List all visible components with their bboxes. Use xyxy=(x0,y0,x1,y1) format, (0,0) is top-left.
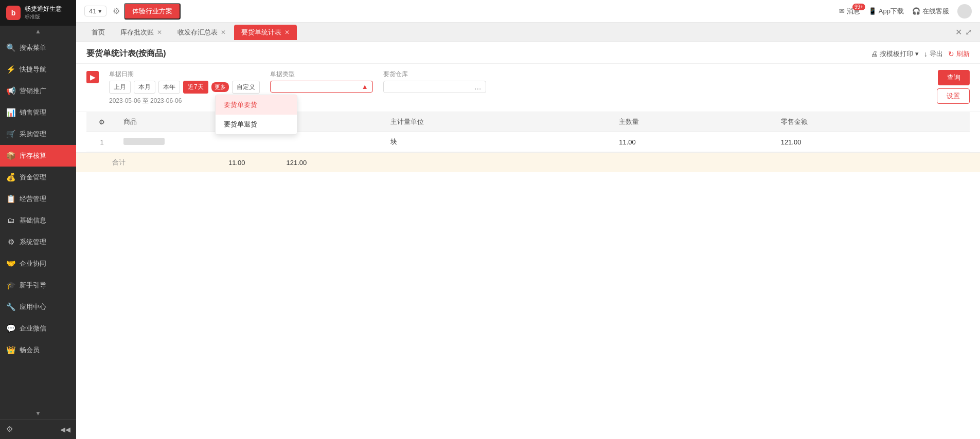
footer-amount: 121.00 xyxy=(287,159,307,167)
filter-type-group: 单据类型 ▲ xyxy=(270,70,373,93)
messages-button[interactable]: ✉ 消息 99+ xyxy=(839,7,860,16)
sidebar-collapse-button[interactable]: ◀◀ xyxy=(61,425,70,434)
filter-warehouse-label: 要货仓库 xyxy=(383,70,486,79)
tab-expand-icon[interactable]: ⤢ xyxy=(965,27,972,37)
tab-receipt-summary[interactable]: 收发存汇总表 ✕ xyxy=(170,25,233,40)
sidebar-item-basics[interactable]: 🗂 基础信息 xyxy=(0,210,76,231)
footer-quantity: 11.00 xyxy=(228,159,245,167)
logo-icon: b xyxy=(6,6,21,20)
filter-type-input-wrapper[interactable]: ▲ xyxy=(270,81,373,93)
sidebar-item-system[interactable]: ⚙ 系统管理 xyxy=(0,231,76,253)
date-btn-last-7-days[interactable]: 近7天 xyxy=(183,81,208,94)
operations-icon: 📋 xyxy=(6,194,15,204)
filter-type-input[interactable] xyxy=(275,83,360,90)
online-service-button[interactable]: 🎧 在线客服 xyxy=(912,7,949,16)
sidebar-item-label-inventory: 库存核算 xyxy=(20,151,46,160)
warehouse-more-dots-icon[interactable]: … xyxy=(474,83,482,91)
export-button[interactable]: ↓ 导出 xyxy=(924,49,943,59)
sidebar-item-enterprise-wechat[interactable]: 💬 企业微信 xyxy=(0,318,76,339)
filter-settings-button[interactable]: 设置 xyxy=(937,88,970,104)
messages-badge: 99+ xyxy=(852,4,865,10)
promo-button[interactable]: 体验行业方案 xyxy=(124,3,181,20)
sidebar-item-sales[interactable]: 📊 销售管理 xyxy=(0,102,76,123)
footer-label: 合计 xyxy=(86,158,126,167)
topbar-left: 41 ▾ ⚙ 体验行业方案 xyxy=(84,3,833,20)
settings-icon[interactable]: ⚙ xyxy=(6,425,13,434)
filter-toggle-button[interactable]: ▶ xyxy=(86,71,99,83)
table-header-settings[interactable]: ⚙ xyxy=(86,112,117,132)
sidebar-item-operations[interactable]: 📋 经营管理 xyxy=(0,188,76,210)
tab-receipt-summary-label: 收发存汇总表 xyxy=(177,28,218,37)
export-label: 导出 xyxy=(930,49,943,59)
sidebar-scroll-down[interactable]: ▼ xyxy=(0,408,76,419)
filter-type-label: 单据类型 xyxy=(270,70,373,79)
enterprise-collab-icon: 🤝 xyxy=(6,259,15,268)
sidebar-item-vip[interactable]: 👑 畅会员 xyxy=(0,339,76,361)
topbar: 41 ▾ ⚙ 体验行业方案 ✉ 消息 99+ 📱 App下载 🎧 在线客服 xyxy=(76,0,980,23)
refresh-label: 刷新 xyxy=(956,49,970,59)
dropdown-item-order-return[interactable]: 要货单退货 xyxy=(216,115,297,134)
refresh-button[interactable]: ↻ 刷新 xyxy=(948,49,970,59)
breadcrumb-select[interactable]: 41 ▾ xyxy=(84,6,106,16)
sales-icon: 📊 xyxy=(6,108,15,117)
sidebar-item-search[interactable]: 🔍 搜索菜单 xyxy=(0,37,76,59)
date-btn-this-month[interactable]: 本月 xyxy=(134,81,155,94)
online-service-label: 在线客服 xyxy=(922,7,949,16)
dropdown-item-order-goods[interactable]: 要货单要货 xyxy=(216,95,297,115)
tab-order-stats[interactable]: 要货单统计表 ✕ xyxy=(234,25,297,40)
sidebar-item-inventory[interactable]: 📦 库存核算 xyxy=(0,145,76,167)
sidebar-item-label-enterprise-wechat: 企业微信 xyxy=(20,324,46,333)
sidebar-item-beginner[interactable]: 🎓 新手引导 xyxy=(0,275,76,296)
tab-inventory-batch-close-icon[interactable]: ✕ xyxy=(157,29,162,36)
date-btn-last-month[interactable]: 上月 xyxy=(109,81,131,94)
page-title: 要货单统计表(按商品) xyxy=(86,48,166,59)
table-header-quantity: 主数量 xyxy=(613,112,774,132)
table-cell-quantity: 11.00 xyxy=(613,132,774,152)
date-more-badge[interactable]: 更多 xyxy=(211,82,229,92)
sidebar-item-purchase[interactable]: 🛒 采购管理 xyxy=(0,123,76,145)
print-button[interactable]: 🖨 按模板打印 ▾ xyxy=(870,49,919,59)
topbar-gear-icon[interactable]: ⚙ xyxy=(113,6,120,16)
filter-warehouse-input-wrapper[interactable]: … xyxy=(383,81,486,93)
system-icon: ⚙ xyxy=(6,237,15,247)
table-cell-index: 1 xyxy=(86,132,117,152)
sidebar-item-app-center[interactable]: 🔧 应用中心 xyxy=(0,296,76,318)
tab-inventory-batch[interactable]: 库存批次账 ✕ xyxy=(113,25,169,40)
user-avatar[interactable] xyxy=(957,4,972,19)
tab-close-all-icon[interactable]: ✕ xyxy=(955,27,962,37)
sidebar-item-quick-nav[interactable]: ⚡ 快捷导航 xyxy=(0,59,76,80)
page-header-actions: 🖨 按模板打印 ▾ ↓ 导出 ↻ 刷新 xyxy=(870,49,970,59)
tab-home[interactable]: 首页 xyxy=(84,25,112,40)
sidebar-scroll-up[interactable]: ▲ xyxy=(0,26,76,37)
filter-type-chevron-icon[interactable]: ▲ xyxy=(362,83,368,90)
sidebar-item-finance[interactable]: 💰 资金管理 xyxy=(0,167,76,188)
online-service-icon: 🎧 xyxy=(912,7,920,15)
sidebar-item-enterprise-collab[interactable]: 🤝 企业协同 xyxy=(0,253,76,275)
sidebar-item-label-quick-nav: 快捷导航 xyxy=(20,65,46,74)
query-button[interactable]: 查询 xyxy=(938,70,970,85)
table-cell-unit: 块 xyxy=(384,132,613,152)
app-download-button[interactable]: 📱 App下载 xyxy=(868,7,904,16)
refresh-icon: ↻ xyxy=(948,50,954,58)
sidebar-item-marketing[interactable]: 📢 营销推广 xyxy=(0,80,76,102)
sidebar-item-label-system: 系统管理 xyxy=(20,237,46,247)
table-cell-amount: 121.00 xyxy=(775,132,970,152)
export-icon: ↓ xyxy=(924,50,928,58)
app-download-label: App下载 xyxy=(879,7,904,16)
sidebar-nav: 🔍 搜索菜单 ⚡ 快捷导航 📢 营销推广 📊 销售管理 🛒 采购管理 📦 库存核… xyxy=(0,37,76,408)
filter-actions: 查询 设置 xyxy=(937,70,970,104)
vip-icon: 👑 xyxy=(6,345,15,355)
marketing-icon: 📢 xyxy=(6,86,15,96)
page-header: 要货单统计表(按商品) 🖨 按模板打印 ▾ ↓ 导出 ↻ 刷新 xyxy=(76,42,980,64)
tab-order-stats-label: 要货单统计表 xyxy=(241,28,281,37)
table-wrapper: ⚙ 商品 主计量单位 主数量 零售金额 1 块 11.00 121.00 xyxy=(76,112,980,152)
purchase-icon: 🛒 xyxy=(6,130,15,139)
tab-receipt-summary-close-icon[interactable]: ✕ xyxy=(221,29,226,36)
table-cell-product xyxy=(117,132,384,152)
date-btn-this-year[interactable]: 本年 xyxy=(158,81,180,94)
date-btn-custom[interactable]: 自定义 xyxy=(232,81,260,94)
filter-warehouse-input[interactable] xyxy=(388,83,472,91)
tabbar: 首页 库存批次账 ✕ 收发存汇总表 ✕ 要货单统计表 ✕ ✕ ⤢ xyxy=(76,23,980,42)
tabbar-right: ✕ ⤢ xyxy=(955,27,972,37)
tab-order-stats-close-icon[interactable]: ✕ xyxy=(284,29,290,36)
